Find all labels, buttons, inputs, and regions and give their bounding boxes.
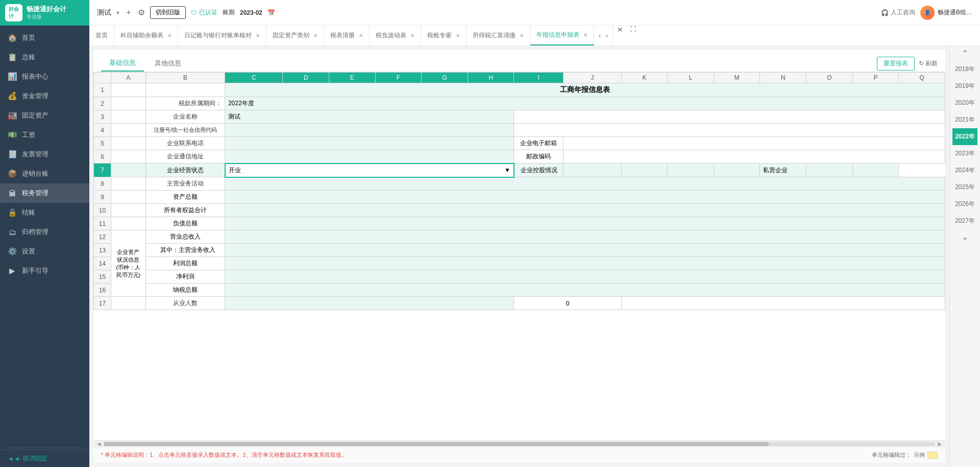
- spreadsheet-container[interactable]: A B C D E F G H I J K L M: [93, 72, 945, 440]
- cell-3-empty[interactable]: [514, 110, 945, 124]
- tab-basic-info[interactable]: 基础信息: [101, 55, 144, 72]
- cell-5-value[interactable]: [225, 137, 514, 150]
- cell-13-value[interactable]: [225, 244, 945, 257]
- sidebar-item-settings[interactable]: ⚙️设置: [0, 242, 89, 261]
- col-header-o[interactable]: O: [806, 73, 853, 83]
- cell-12-16a-merge[interactable]: 企业资产状况信息(币种：人民币万元): [111, 230, 145, 297]
- cell-10-value[interactable]: [225, 204, 945, 217]
- tab-journal[interactable]: 日记账与银行对账单核对✕: [178, 26, 266, 45]
- reset-report-button[interactable]: 重置报表: [877, 57, 915, 71]
- tab-other-info[interactable]: 其他信息: [146, 56, 189, 71]
- cell-10b-label[interactable]: 所有者权益合计: [145, 204, 225, 217]
- col-header-a[interactable]: A: [111, 73, 145, 83]
- cell-7a[interactable]: [111, 164, 145, 177]
- sidebar-item-report[interactable]: 📊报表中心: [0, 67, 89, 86]
- col-header-p[interactable]: P: [852, 73, 899, 83]
- cell-6-right[interactable]: [564, 150, 945, 164]
- sidebar-item-inventory[interactable]: 📦进销台账: [0, 164, 89, 183]
- cell-14b-label[interactable]: 利润总额: [145, 257, 225, 270]
- tab-close-income_tax[interactable]: ✕: [520, 33, 524, 38]
- add-tab-button[interactable]: ＋: [125, 7, 133, 18]
- cell-16b-label[interactable]: 纳税总额: [145, 284, 225, 297]
- refresh-button[interactable]: ↻ 刷新: [919, 59, 938, 68]
- col-header-c[interactable]: C: [225, 73, 283, 83]
- cell-11a[interactable]: [111, 217, 145, 230]
- col-header-m[interactable]: M: [714, 73, 760, 83]
- tab-close-tax_change[interactable]: ✕: [410, 33, 414, 38]
- sidebar-item-tax[interactable]: 🏛税务管理: [0, 183, 89, 203]
- cell-10a[interactable]: [111, 204, 145, 217]
- year-item-2024年[interactable]: 2024年: [952, 162, 977, 179]
- year-item-2019年[interactable]: 2019年: [952, 78, 977, 95]
- cell-8a[interactable]: [111, 177, 145, 191]
- settings-icon[interactable]: ⚙: [138, 8, 145, 17]
- cell-7n[interactable]: [714, 164, 760, 177]
- year-scroll-up-button[interactable]: ⌃: [959, 46, 971, 61]
- col-header-g[interactable]: G: [422, 73, 468, 83]
- cell-7l[interactable]: [621, 164, 668, 177]
- tab-fixed_asset_cat[interactable]: 固定资产类别✕: [266, 26, 324, 45]
- col-header-j[interactable]: J: [564, 73, 621, 83]
- user-menu[interactable]: 👤 畅捷通B组…: [920, 6, 972, 20]
- cell-1a[interactable]: [111, 83, 145, 97]
- cell-5b-label[interactable]: 企业联系电话: [145, 137, 225, 150]
- switch-old-version-button[interactable]: 切到旧版: [150, 6, 186, 19]
- cell-1-title[interactable]: 工商年报信息表: [225, 83, 945, 97]
- cell-2a[interactable]: [111, 97, 145, 110]
- col-header-l[interactable]: L: [668, 73, 714, 83]
- cell-3b-label[interactable]: 企业名称: [145, 110, 225, 124]
- col-header-d[interactable]: D: [283, 73, 329, 83]
- year-item-2022年[interactable]: 2022年: [952, 128, 977, 145]
- tab-close-annual_report[interactable]: ✕: [583, 32, 587, 38]
- cell-7q[interactable]: [852, 164, 899, 177]
- tab-home[interactable]: 首页: [89, 26, 114, 45]
- sidebar-item-fixed_asset[interactable]: 🏭固定资产: [0, 106, 89, 125]
- cancel-fixed-button[interactable]: ◄◄ 取消固定: [0, 450, 89, 467]
- cell-4-empty[interactable]: [514, 124, 945, 137]
- horizontal-scrollbar[interactable]: ◄ ►: [93, 440, 945, 447]
- scroll-thumb[interactable]: [104, 442, 769, 446]
- tab-tax_check[interactable]: 税检专家✕: [421, 26, 467, 45]
- cell-5j[interactable]: 企业电子邮箱: [514, 137, 564, 150]
- col-header-i[interactable]: I: [514, 73, 564, 83]
- year-item-2025年[interactable]: 2025年: [952, 179, 977, 196]
- cell-17-value[interactable]: [225, 297, 514, 310]
- cell-4b-label[interactable]: 注册号/统一社会信用代码: [145, 124, 225, 137]
- cell-17-rest[interactable]: [621, 297, 945, 310]
- cell-12-value[interactable]: [225, 230, 945, 244]
- cell-5a[interactable]: [111, 137, 145, 150]
- col-header-n[interactable]: N: [760, 73, 806, 83]
- cell-7k[interactable]: [564, 164, 621, 177]
- cell-17j[interactable]: 0: [514, 297, 621, 310]
- cell-7p[interactable]: [806, 164, 853, 177]
- sidebar-item-close[interactable]: 🔒结账: [0, 203, 89, 222]
- cell-5-right[interactable]: [564, 137, 945, 150]
- year-item-2027年[interactable]: 2027年: [952, 213, 977, 229]
- col-header-b[interactable]: B: [145, 73, 225, 83]
- tab-close-all-button[interactable]: ✕: [613, 26, 627, 45]
- tab-close-tax_return[interactable]: ✕: [359, 33, 363, 38]
- cell-6j[interactable]: 邮政编码: [514, 150, 564, 164]
- cell-15b-label[interactable]: 净利润: [145, 270, 225, 284]
- year-item-2021年[interactable]: 2021年: [952, 111, 977, 128]
- dropdown-arrow-icon[interactable]: ▼: [504, 167, 510, 174]
- cell-7o[interactable]: 私营企业: [760, 164, 806, 177]
- col-header-k[interactable]: K: [621, 73, 668, 83]
- cell-4a[interactable]: [111, 124, 145, 137]
- tab-close-fixed_asset_cat[interactable]: ✕: [313, 33, 317, 38]
- scroll-track[interactable]: [104, 442, 935, 446]
- service-button[interactable]: 🎧 人工咨询: [881, 8, 915, 17]
- cell-6a[interactable]: [111, 150, 145, 164]
- tab-income_tax[interactable]: 所得税汇算清缴✕: [467, 26, 530, 45]
- year-item-2020年[interactable]: 2020年: [952, 95, 977, 111]
- sidebar-item-archive[interactable]: 🗂归档管理: [0, 222, 89, 242]
- year-item-2026年[interactable]: 2026年: [952, 196, 977, 213]
- tab-aux_balance[interactable]: 科目辅助余额表✕: [114, 26, 178, 45]
- cell-4-value[interactable]: [225, 124, 514, 137]
- tab-next-button[interactable]: ›: [604, 31, 610, 40]
- tab-annual_report[interactable]: 年报信息申报表✕: [530, 26, 594, 45]
- sidebar-item-payroll[interactable]: 💵工资: [0, 125, 89, 145]
- year-item-2018年[interactable]: 2018年: [952, 61, 977, 78]
- sidebar-item-guide[interactable]: ▶新手引导: [0, 261, 89, 281]
- tab-tax_change[interactable]: 税负波动表✕: [370, 26, 421, 45]
